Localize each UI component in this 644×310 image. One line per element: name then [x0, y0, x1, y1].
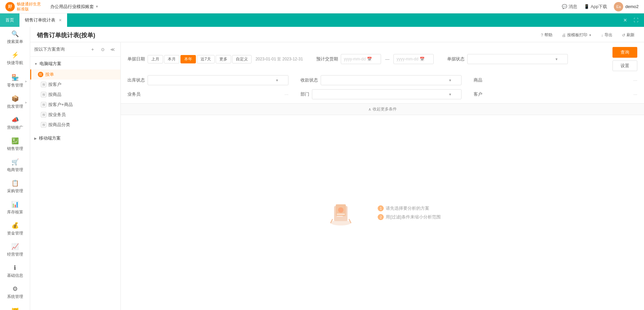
collapse-text: ∧ 收起更多条件 — [368, 106, 397, 112]
mobile-scheme-title: 移动端方案 — [39, 135, 61, 141]
customer-label: 客户 — [474, 91, 482, 97]
sidebar-item-retail[interactable]: 🏪 零售管理 — [0, 70, 30, 92]
app-download-btn[interactable]: 📱 App下载 — [584, 4, 607, 10]
filter-date-item: 单据日期 上月 本月 本年 近7天 更多 自定义 2023-01-01 至 20… — [127, 55, 303, 63]
sidebar-item-cooperation[interactable]: 🤝 企业协同 — [0, 303, 30, 310]
order-status-arrow: ▼ — [555, 57, 558, 61]
logo-area: 好 畅捷通好生意 标准版 — [5, 2, 41, 11]
maximize-btn[interactable]: ⛶ — [632, 16, 640, 24]
filter-product-item: 商品 ··· — [474, 75, 637, 85]
help-btn[interactable]: ? 帮助 — [538, 31, 555, 39]
sidebar-item-search[interactable]: 🔍 搜索菜单 — [0, 27, 30, 48]
svg-point-3 — [338, 207, 343, 213]
add-scheme-btn[interactable]: + — [89, 46, 96, 53]
calendar-icon: 📅 — [367, 57, 372, 61]
sidebar-item-ecommerce[interactable]: 🛒 电商管理 — [0, 155, 30, 176]
filter-salesman-item: 业务员 ··· — [127, 89, 288, 99]
product-input[interactable]: ··· — [485, 75, 637, 85]
filter-customer-item: 客户 ··· — [474, 89, 637, 99]
shipping-status-select[interactable]: ▼ — [148, 75, 288, 85]
delivery-end-input[interactable]: yyyy-mm-dd 📅 — [393, 54, 434, 64]
template-print-btn[interactable]: 🖨 按模板打印 ▼ — [559, 31, 594, 39]
set-btn[interactable]: 设置 — [612, 60, 637, 71]
collapse-bar[interactable]: ∧ 收起更多条件 — [121, 104, 644, 115]
query-btn[interactable]: 查询 — [612, 47, 637, 58]
shipping-status-arrow: ▼ — [275, 79, 279, 82]
sidebar-item-system[interactable]: ⚙ 系统管理 — [0, 282, 30, 303]
active-scheme-icon: 按 — [38, 72, 43, 77]
scheme-icon-product: 按 — [41, 92, 46, 97]
department-select[interactable]: ▼ — [312, 89, 462, 99]
top-bar: 好 畅捷通好生意 标准版 办公用品行业模拟账套 ▼ 💬 消息 📱 App下载 E… — [0, 0, 644, 13]
sidebar-item-finance[interactable]: 💰 资金管理 — [0, 218, 30, 240]
sidebar-item-inventory[interactable]: 📊 库存核算 — [0, 197, 30, 218]
sidebar-nav: 🔍 搜索菜单 ⚡ 快捷导航 🏪 零售管理 📦 批发管理 📣 营销推广 💹 销售管… — [0, 27, 30, 310]
scheme-item-by-customer-product[interactable]: 按 按客户+商品 — [30, 100, 120, 110]
sidebar-item-wholesale[interactable]: 📦 批发管理 — [0, 92, 30, 113]
minimize-btn[interactable]: ✕ — [621, 16, 629, 24]
filter-delivery-item: 预计交货期 yyyy-mm-dd 📅 — yyyy-mm-dd 📅 — [316, 54, 434, 64]
cooperation-icon: 🤝 — [11, 306, 19, 310]
two-panel: 按以下方案查询 + ⊙ ≪ ▼ 电脑端方案 按 — [30, 42, 644, 310]
logo-icon: 好 — [5, 2, 15, 11]
sidebar-item-purchase[interactable]: 📋 采购管理 — [0, 176, 30, 197]
empty-illustration — [324, 196, 358, 229]
wholesale-icon: 📦 — [11, 95, 19, 102]
btn-this-month[interactable]: 本月 — [164, 55, 179, 63]
tab-window-actions: ✕ ⛶ — [621, 16, 644, 24]
nav-tabs: 首页 销售订单统计表 ✕ ✕ ⛶ — [0, 13, 644, 27]
sidebar-item-basic-info[interactable]: ℹ 基础信息 — [0, 261, 30, 282]
btn-more[interactable]: 更多 — [216, 55, 231, 63]
scheme-item-by-customer[interactable]: 按 按客户 — [30, 80, 120, 90]
sidebar-item-shortcuts[interactable]: ⚡ 快捷导航 — [0, 48, 30, 69]
sidebar-item-system-label: 系统管理 — [7, 294, 23, 300]
mobile-scheme-header[interactable]: ▶ 移动端方案 — [30, 133, 120, 144]
tab-home[interactable]: 首页 — [0, 13, 19, 27]
sidebar-item-finance-label: 资金管理 — [7, 230, 23, 236]
filter-row-3: 业务员 ··· 部门 ▼ — [127, 89, 637, 99]
order-status-select[interactable]: ▼ — [467, 54, 568, 64]
inventory-icon: 📊 — [11, 201, 19, 208]
salesman-input[interactable]: ··· — [143, 89, 288, 99]
empty-tip-2: 2 用[过滤]条件来缩小分析范围 — [378, 214, 440, 220]
messages-btn[interactable]: 💬 消息 — [562, 4, 577, 10]
pc-scheme-header[interactable]: ▼ 电脑端方案 — [30, 58, 120, 69]
payment-status-select[interactable]: ▼ — [321, 75, 462, 85]
close-tab-icon[interactable]: ✕ — [59, 18, 62, 22]
department-arrow: ▼ — [448, 93, 452, 96]
search-icon: 🔍 — [11, 30, 19, 38]
btn-this-year[interactable]: 本年 — [180, 55, 196, 63]
scheme-item-by-category[interactable]: 按 按商品分类 — [30, 120, 120, 130]
user-name: demo2 — [625, 4, 639, 9]
product-label: 商品 — [474, 77, 482, 83]
scheme-item-by-order[interactable]: 按 按单 — [30, 69, 120, 80]
query-btn-group: 查询 设置 — [612, 47, 637, 71]
sidebar-item-retail-label: 零售管理 — [7, 83, 23, 88]
sidebar-item-shortcuts-label: 快捷导航 — [7, 60, 23, 66]
sidebar-item-sales[interactable]: 💹 销售管理 — [0, 134, 30, 155]
sidebar-item-wholesale-label: 批发管理 — [7, 104, 23, 109]
btn-last-month[interactable]: 上月 — [148, 55, 163, 63]
collapse-left-btn[interactable]: ≪ — [109, 46, 116, 53]
sidebar-item-inventory-label: 库存核算 — [7, 209, 23, 215]
company-select[interactable]: 办公用品行业模拟账套 ▼ — [50, 4, 99, 10]
scheme-icon-salesman: 按 — [41, 112, 46, 117]
sidebar-item-operations[interactable]: 📈 经营管理 — [0, 240, 30, 261]
sidebar-item-marketing[interactable]: 📣 营销推广 — [0, 113, 30, 134]
customer-input[interactable]: ··· — [485, 89, 637, 99]
left-panel: 按以下方案查询 + ⊙ ≪ ▼ 电脑端方案 按 — [30, 42, 121, 310]
export-btn[interactable]: ↓ 导出 — [598, 31, 615, 39]
left-panel-title: 按以下方案查询 — [34, 46, 65, 52]
btn-last7[interactable]: 近7天 — [197, 55, 215, 63]
scheme-item-by-salesman[interactable]: 按 按业务员 — [30, 110, 120, 120]
tab-order-stats[interactable]: 销售订单统计表 ✕ — [19, 13, 67, 27]
manage-scheme-btn[interactable]: ⊙ — [99, 46, 106, 53]
user-area[interactable]: Ea demo2 — [614, 2, 639, 11]
delivery-start-input[interactable]: yyyy-mm-dd 📅 — [341, 54, 381, 64]
print-icon: 🖨 — [562, 33, 566, 38]
date-label: 单据日期 — [127, 56, 145, 62]
chevron-right-icon: ▶ — [34, 137, 37, 140]
refresh-btn[interactable]: ↺ 刷新 — [619, 31, 637, 39]
scheme-item-by-product[interactable]: 按 按商品 — [30, 90, 120, 100]
btn-custom[interactable]: 自定义 — [232, 55, 252, 63]
